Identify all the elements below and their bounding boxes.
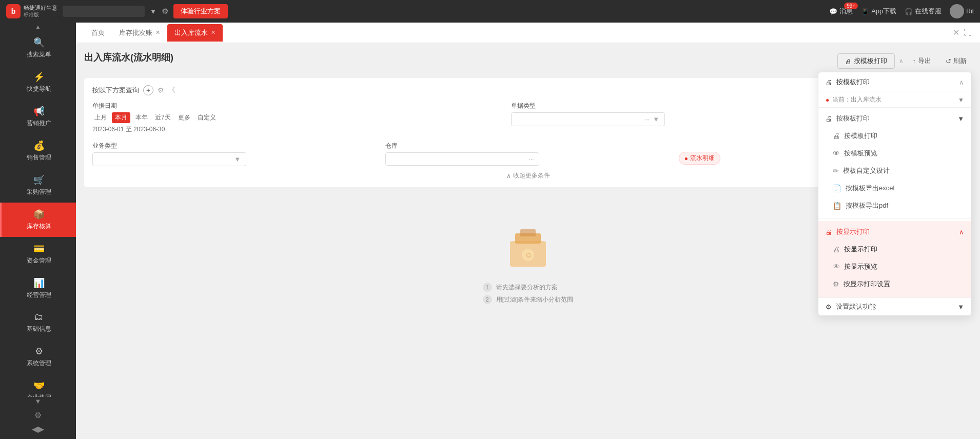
tab-flow-close[interactable]: ✕	[211, 29, 215, 36]
marketing-icon: 📢	[33, 106, 45, 117]
active-filter-label: 流水明细	[690, 154, 715, 163]
filter-add-button[interactable]: +	[143, 85, 153, 95]
display-section-chevron: ∧	[959, 228, 964, 236]
sidebar-item-finance[interactable]: 💳 资金管理	[0, 237, 76, 271]
cooperation-icon: 🤝	[33, 380, 45, 391]
operations-icon: 📊	[33, 277, 45, 289]
template-print-item[interactable]: 🖨 按模板打印	[818, 127, 971, 145]
sidebar-settings-icon[interactable]: ⚙	[34, 410, 42, 420]
sidebar-bottom: ⚙ ◀▶	[0, 405, 76, 439]
user-avatar-area[interactable]: Rit	[950, 4, 974, 18]
active-filter-icon: ●	[684, 155, 688, 162]
export-button[interactable]: ↑ 导出	[908, 54, 937, 68]
sidebar-collapse-icon[interactable]: ◀▶	[32, 424, 44, 434]
display-print-icon: 🖨	[833, 245, 840, 253]
tab-home[interactable]: 首页	[84, 24, 112, 42]
template-preview-item[interactable]: 👁 按模板预览	[818, 145, 971, 162]
sidebar-item-label: 经营管理	[27, 291, 51, 300]
date-label: 单据日期	[92, 102, 503, 110]
footer-chevron: ▼	[957, 303, 964, 311]
tab-batch[interactable]: 库存批次账 ✕	[112, 24, 167, 42]
date-btn-last-month[interactable]: 上月	[92, 112, 109, 123]
tab-bar-close-btn[interactable]: ✕	[953, 28, 959, 37]
template-export-excel-item[interactable]: 📄 按模板导出excel	[818, 179, 971, 197]
main-layout: ▲ 🔍 搜索菜单 ⚡ 快捷导航 📢 营销推广 💰 销售管理 🛒 采购管理	[0, 23, 980, 439]
sidebar-item-cooperation[interactable]: 🤝 企业协同	[0, 374, 76, 397]
display-print-item[interactable]: 🖨 按显示打印	[818, 241, 971, 258]
solution-button[interactable]: 体验行业方案	[173, 4, 228, 18]
headset-icon: 🎧	[905, 8, 913, 15]
purchase-icon: 🛒	[33, 174, 45, 186]
sidebar-item-operations[interactable]: 📊 经营管理	[0, 271, 76, 306]
footer-settings-icon: ⚙	[826, 303, 832, 311]
sidebar-scroll-down[interactable]: ▼	[0, 397, 76, 405]
tab-bar-expand-btn[interactable]: ⛶	[964, 28, 972, 37]
export-label: 导出	[918, 56, 931, 66]
sidebar-item-marketing[interactable]: 📢 营销推广	[0, 99, 76, 134]
sidebar-item-system[interactable]: ⚙ 系统管理	[0, 340, 76, 374]
print-template-button[interactable]: 🖨 按模板打印	[837, 53, 895, 69]
message-badge: 99+	[844, 3, 858, 9]
step-item-1: 1 请先选择要分析的方案	[483, 283, 574, 292]
sidebar-item-shortcut[interactable]: ⚡ 快捷导航	[0, 65, 76, 99]
tab-batch-close[interactable]: ✕	[155, 29, 160, 36]
app-download-button[interactable]: 📱 App下载	[861, 7, 896, 16]
current-chevron-down[interactable]: ▼	[958, 96, 964, 104]
sidebar-item-label: 采购管理	[27, 188, 51, 196]
sidebar-item-label: 系统管理	[27, 359, 51, 368]
empty-state-icon: ☺	[502, 223, 554, 274]
filter-collapse-icon[interactable]: 《	[168, 86, 175, 95]
print-dropdown-chevron-up[interactable]: ∧	[959, 78, 964, 86]
sidebar-item-search[interactable]: 🔍 搜索菜单	[0, 31, 76, 65]
template-custom-item[interactable]: ✏ 模板自定义设计	[818, 162, 971, 179]
message-button[interactable]: 💬 消息 99+	[829, 7, 853, 16]
filter-header-label: 按以下方案查询	[92, 86, 139, 95]
topbar-search-input[interactable]	[63, 6, 145, 17]
inventory-icon: 📦	[33, 209, 45, 220]
biz-type-select[interactable]: ▼	[92, 152, 246, 166]
display-print-settings-item[interactable]: ⚙ 按显示打印设置	[818, 275, 971, 293]
logo-icon: b	[6, 4, 21, 18]
filter-gear-icon[interactable]: ⚙	[158, 86, 164, 94]
topbar-gear-icon[interactable]: ⚙	[162, 7, 168, 16]
sidebar-item-inventory[interactable]: 📦 库存核算	[0, 203, 76, 237]
date-btn-7days[interactable]: 近7天	[153, 112, 173, 123]
print-dropdown-title: 按模板打印	[836, 77, 870, 87]
tab-batch-label: 库存批次账	[119, 28, 152, 37]
warehouse-more[interactable]: ···	[528, 155, 534, 163]
step-item-2: 2 用[过滤]条件来缩小分析范围	[483, 295, 574, 304]
print-dropdown-footer[interactable]: ⚙ 设置默认功能 ▼	[818, 297, 971, 315]
sidebar-item-basic[interactable]: 🗂 基础信息	[0, 306, 76, 340]
online-service-button[interactable]: 🎧 在线客服	[905, 7, 942, 16]
topbar-dropdown-chevron[interactable]: ▼	[150, 8, 156, 15]
date-btn-custom[interactable]: 自定义	[195, 112, 218, 123]
display-section-header[interactable]: 🖨 按显示打印 ∧	[818, 223, 971, 241]
tab-flow[interactable]: 出入库流水 ✕	[167, 24, 223, 42]
sidebar-item-sales[interactable]: 💰 销售管理	[0, 134, 76, 168]
template-export-pdf-item[interactable]: 📋 按模板导出pdf	[818, 197, 971, 214]
date-btn-this-year[interactable]: 本年	[133, 112, 150, 123]
display-section-label: 按显示打印	[836, 227, 870, 236]
date-filter-group: 单据日期 上月 本月 本年 近7天 更多 自定义 2023-06-01 至 20…	[92, 102, 503, 134]
display-preview-label: 按显示预览	[844, 262, 877, 271]
divider	[818, 218, 971, 219]
logo-badge: 标准版	[24, 11, 57, 18]
sidebar-item-purchase[interactable]: 🛒 采购管理	[0, 168, 76, 203]
display-preview-item[interactable]: 👁 按显示预览	[818, 258, 971, 275]
warehouse-select[interactable]: ···	[385, 152, 539, 166]
print-chevron-up[interactable]: ∧	[899, 57, 904, 65]
doc-type-select[interactable]: ··· ▼	[511, 112, 665, 126]
template-section-header[interactable]: 🖨 按模板打印 ▼	[818, 110, 971, 127]
step-number-2: 2	[483, 295, 492, 304]
display-section-icon: 🖨	[826, 228, 832, 236]
collapse-button[interactable]: ∧ 收起更多条件	[506, 171, 550, 180]
refresh-button[interactable]: ↺ 刷新	[940, 54, 972, 68]
refresh-icon: ↺	[946, 57, 951, 65]
sidebar-item-label: 销售管理	[27, 153, 51, 162]
doc-type-more[interactable]: ···	[644, 116, 650, 123]
display-export-excel-item[interactable]: 📄 按显示导出excel	[818, 293, 971, 297]
date-btn-this-month[interactable]: 本月	[112, 112, 130, 123]
date-btn-more[interactable]: 更多	[176, 112, 192, 123]
display-print-settings-icon: ⚙	[833, 280, 839, 288]
sidebar-scroll-up[interactable]: ▲	[0, 23, 76, 31]
